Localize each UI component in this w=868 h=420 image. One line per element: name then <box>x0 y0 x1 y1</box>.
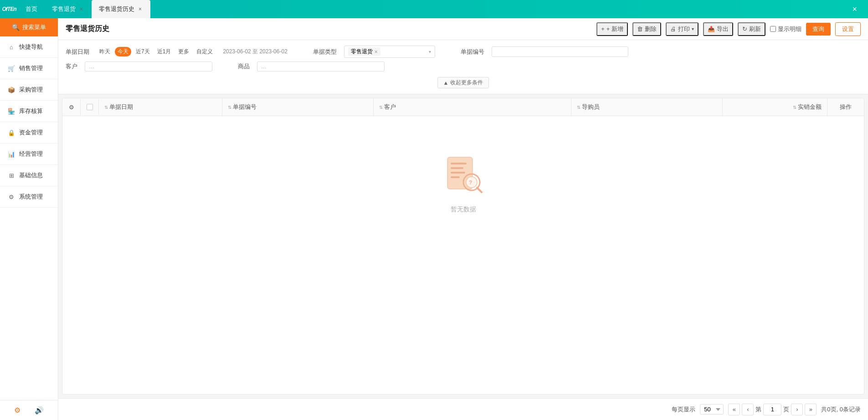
empty-state: ? 暂无数据 <box>62 116 864 250</box>
refresh-button[interactable]: ↻ 刷新 <box>738 22 765 36</box>
content-area: 零售退货历史 + + 新增 🗑 删除 🖨 打印 ▾ 📤 导出 <box>58 18 868 420</box>
pagination-info: 共0页, 0条记录 <box>821 405 861 414</box>
num-filter-input[interactable] <box>492 46 628 57</box>
customer-placeholder: … <box>89 63 94 70</box>
type-filter-label: 单据类型 <box>313 48 337 56</box>
delete-icon: 🗑 <box>637 26 643 32</box>
th-customer: ⇅ 客户 <box>374 98 571 116</box>
warehouse-icon: 🏪 <box>7 107 15 115</box>
th-guide: ⇅ 导购员 <box>571 98 723 116</box>
th-guide-sort-icon[interactable]: ⇅ <box>577 105 580 110</box>
tab-return-history-close[interactable]: × <box>137 5 143 13</box>
sidebar-item-system[interactable]: ⚙ 系统管理 <box>0 186 58 208</box>
tab-return[interactable]: 零售退货 × <box>45 0 92 18</box>
select-all-checkbox[interactable] <box>87 104 93 110</box>
prev-page-button[interactable]: ‹ <box>742 404 754 415</box>
sidebar-item-sales[interactable]: 🛒 销售管理 <box>0 58 58 79</box>
date-btn-more[interactable]: 更多 <box>175 47 192 56</box>
first-page-button[interactable]: « <box>728 404 740 415</box>
sidebar-search[interactable]: 🔍 搜索菜单 <box>0 18 58 36</box>
tab-list: 首页 零售退货 × 零售退货历史 × <box>18 0 848 18</box>
date-btn-custom[interactable]: 自定义 <box>194 47 216 56</box>
type-tag: 零售退货 × <box>348 47 380 56</box>
pagination-nav: « ‹ 第 页 › » <box>728 404 817 415</box>
sidebar-item-inventory[interactable]: 🏪 库存核算 <box>0 101 58 122</box>
th-checkbox[interactable] <box>81 99 99 115</box>
sidebar-item-quick-nav[interactable]: ⌂ 快捷导航 <box>0 36 58 58</box>
filter-row-1: 单据日期 昨天 今天 近7天 近1月 更多 自定义 2023-06-02 至 2… <box>66 46 861 58</box>
sidebar: 🔍 搜索菜单 ⌂ 快捷导航 🛒 销售管理 📦 采购管理 🏪 库存核算 🔒 <box>0 18 58 420</box>
svg-rect-2 <box>451 167 463 169</box>
svg-text:?: ? <box>469 179 472 186</box>
window-close-button[interactable]: × <box>848 3 861 16</box>
chart-icon: 📊 <box>7 150 15 158</box>
display-detail-checkbox[interactable] <box>770 26 776 32</box>
svg-line-7 <box>477 188 482 192</box>
collapse-filter-button[interactable]: ▲ 收起更多条件 <box>437 77 489 88</box>
lock-icon: 🔒 <box>7 128 15 137</box>
page-title: 零售退货历史 <box>66 24 109 34</box>
num-filter-label: 单据编号 <box>461 48 484 56</box>
refresh-icon: ↻ <box>742 26 747 32</box>
filter-area: 单据日期 昨天 今天 近7天 近1月 更多 自定义 2023-06-02 至 2… <box>58 40 868 94</box>
home-icon: ⌂ <box>7 43 15 51</box>
date-btn-7days[interactable]: 近7天 <box>133 47 153 56</box>
th-amount: ⇅ 实销金额 <box>723 98 827 116</box>
filter-row-2: 客户 … 商品 … <box>66 61 861 72</box>
page-number-input[interactable] <box>763 404 781 415</box>
export-button[interactable]: 📤 导出 <box>703 22 733 36</box>
collapse-icon: ▲ <box>443 80 449 86</box>
per-page-select[interactable]: 20 50 100 200 <box>700 404 724 415</box>
date-btn-today[interactable]: 今天 <box>115 47 131 56</box>
date-btn-yesterday[interactable]: 昨天 <box>97 47 113 56</box>
search-icon: 🔍 <box>12 24 20 31</box>
delete-button[interactable]: 🗑 删除 <box>632 22 661 36</box>
type-tag-close[interactable]: × <box>375 49 378 55</box>
type-selector[interactable]: 零售退货 × ▾ <box>344 46 435 58</box>
th-ops: 操作 <box>827 98 864 116</box>
volume-icon[interactable]: 🔊 <box>35 406 44 415</box>
sidebar-item-purchase[interactable]: 📦 采购管理 <box>0 79 58 101</box>
tab-return-close[interactable]: × <box>78 5 84 13</box>
per-page-label: 每页显示 <box>672 405 695 414</box>
date-filter-label: 单据日期 <box>66 48 89 56</box>
pagination-bar: 每页显示 20 50 100 200 « ‹ 第 页 › » 共0页, 0条记录 <box>58 398 868 420</box>
date-btn-1month[interactable]: 近1月 <box>154 47 174 56</box>
date-buttons: 昨天 今天 近7天 近1月 更多 自定义 <box>97 47 216 56</box>
svg-rect-1 <box>451 163 467 164</box>
new-button[interactable]: + + 新增 <box>596 22 628 36</box>
goods-placeholder: … <box>261 63 267 70</box>
top-bar-right: × <box>848 3 868 16</box>
display-detail-toggle[interactable]: 显示明细 <box>770 25 801 33</box>
print-chevron-icon: ▾ <box>692 26 694 31</box>
sidebar-bottom: ⚙ 🔊 <box>0 400 58 420</box>
th-date: ⇅ 单据日期 <box>99 98 222 116</box>
goods-filter-label: 商品 <box>238 62 250 71</box>
next-page-button[interactable]: › <box>791 404 803 415</box>
sidebar-nav: ⌂ 快捷导航 🛒 销售管理 📦 采购管理 🏪 库存核算 🔒 资金管理 📊 <box>0 36 58 400</box>
sidebar-item-operations[interactable]: 📊 经营管理 <box>0 143 58 165</box>
print-icon: 🖨 <box>670 26 676 32</box>
sidebar-item-finance[interactable]: 🔒 资金管理 <box>0 122 58 143</box>
settings-bottom-icon[interactable]: ⚙ <box>14 406 21 415</box>
th-settings[interactable]: ⚙ <box>62 99 81 115</box>
sidebar-item-base[interactable]: ⊞ 基础信息 <box>0 165 58 186</box>
th-amount-sort-icon[interactable]: ⇅ <box>793 105 796 110</box>
last-page-button[interactable]: » <box>805 404 817 415</box>
query-button[interactable]: 查询 <box>806 23 831 36</box>
print-button[interactable]: 🖨 打印 ▾ <box>666 22 699 36</box>
filter-settings-button[interactable]: 设置 <box>835 22 861 36</box>
svg-rect-3 <box>451 172 465 174</box>
app-logo: OfTEn <box>0 0 18 18</box>
th-num-sort-icon[interactable]: ⇅ <box>228 105 231 110</box>
tab-return-history[interactable]: 零售退货历史 × <box>92 0 150 18</box>
page-prefix-label: 第 <box>755 405 761 414</box>
table-settings-icon[interactable]: ⚙ <box>69 104 74 111</box>
goods-selector[interactable]: … <box>257 61 385 72</box>
tab-home[interactable]: 首页 <box>18 0 45 18</box>
customer-selector[interactable]: … <box>85 61 212 72</box>
th-customer-sort-icon[interactable]: ⇅ <box>379 105 383 110</box>
th-date-sort-icon[interactable]: ⇅ <box>104 105 108 110</box>
svg-rect-4 <box>451 176 460 178</box>
top-bar: OfTEn 首页 零售退货 × 零售退货历史 × × <box>0 0 868 18</box>
